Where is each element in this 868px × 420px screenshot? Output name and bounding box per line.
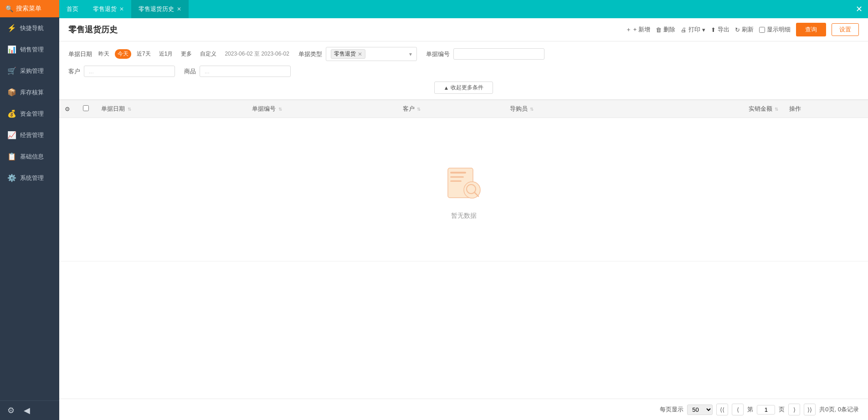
sidebar-item-operations[interactable]: 📈 经营管理	[0, 124, 59, 146]
operations-icon: 📈	[7, 131, 16, 139]
sidebar-item-quick-nav[interactable]: ⚡ 快捷导航	[0, 17, 59, 39]
type-filter-group: 单据类型 零售退货 ✕ ▾	[298, 47, 417, 61]
sidebar-item-finance[interactable]: 💰 资金管理	[0, 103, 59, 124]
topbar: 首页 零售退货 ✕ 零售退货历史 ✕ ✕	[59, 0, 868, 18]
tab-retail-return[interactable]: 零售退货 ✕	[86, 0, 131, 18]
sidebar-item-label: 基础信息	[20, 153, 44, 161]
sidebar-item-label: 资金管理	[20, 110, 44, 118]
sort-arrows-date: ⇅	[128, 107, 131, 112]
date-opt-custom[interactable]: 自定义	[197, 49, 219, 59]
th-guide[interactable]: 导购员 ⇅	[504, 100, 633, 118]
tab-retail-return-close[interactable]: ✕	[119, 6, 124, 12]
date-opt-yesterday[interactable]: 昨天	[96, 49, 112, 59]
date-opt-today[interactable]: 今天	[115, 49, 131, 59]
sidebar-item-basic-info[interactable]: 📋 基础信息	[0, 146, 59, 167]
sidebar-item-system[interactable]: ⚙️ 系统管理	[0, 167, 59, 189]
prev-page-button[interactable]: ⟨	[732, 404, 744, 415]
display-toggle-checkbox[interactable]	[759, 27, 765, 33]
finance-icon: 💰	[7, 109, 16, 118]
table-header-row: ⚙ 单据日期 ⇅ 单据编号 ⇅ 客户 ⇅ 导购员	[59, 100, 868, 118]
date-filter-group: 单据日期 昨天 今天 近7天 近1月 更多 自定义 2023-06-02 至 2…	[68, 49, 289, 59]
delete-icon: 🗑	[656, 26, 662, 33]
system-icon: ⚙️	[7, 174, 16, 182]
header-actions: ＋ + 新增 🗑 删除 🖨 打印 ▾ ⬆ 导出 ↻ 刷新 显示	[626, 23, 859, 36]
sidebar-item-label: 库存核算	[20, 88, 44, 97]
number-filter-label: 单据编号	[426, 50, 450, 58]
tab-retail-return-history[interactable]: 零售退货历史 ✕	[131, 0, 189, 18]
sort-arrows-guide: ⇅	[530, 107, 534, 112]
refresh-button[interactable]: ↻ 刷新	[735, 26, 754, 34]
window-close-button[interactable]: ✕	[850, 0, 868, 18]
query-button[interactable]: 查询	[796, 23, 826, 36]
print-dropdown-icon: ▾	[702, 26, 705, 33]
date-options: 昨天 今天 近7天 近1月 更多 自定义	[96, 49, 219, 59]
tab-retail-return-history-close[interactable]: ✕	[177, 6, 181, 12]
sidebar-item-label: 经营管理	[20, 131, 44, 139]
inventory-icon: 📦	[7, 88, 16, 97]
empty-state-row: 暂无数据	[59, 118, 868, 261]
collapse-button[interactable]: ▲ 收起更多条件	[434, 82, 493, 94]
sidebar-item-inventory[interactable]: 📦 库存核算	[0, 82, 59, 103]
th-guide-label: 导购员	[510, 105, 528, 112]
type-selector[interactable]: 零售退货 ✕ ▾	[326, 47, 417, 61]
th-date[interactable]: 单据日期 ⇅	[96, 100, 247, 118]
collapse-container: ▲ 收起更多条件	[68, 82, 859, 94]
sidebar: 🔍 搜索菜单 ⚡ 快捷导航 📊 销售管理 🛒 采购管理 📦 库存核算 💰 资金管…	[0, 0, 59, 420]
refresh-icon: ↻	[735, 26, 740, 33]
date-range-display: 2023-06-02 至 2023-06-02	[225, 50, 289, 58]
sidebar-bottom: ⚙ ◀	[0, 400, 59, 420]
pagination: 每页显示 50 20 100 ⟨⟨ ⟨ 第 页 ⟩ ⟩⟩ 共0页, 0条记录	[59, 399, 868, 420]
delete-button[interactable]: 🗑 删除	[656, 26, 675, 34]
next-page-button[interactable]: ⟩	[788, 404, 800, 415]
date-opt-last-month[interactable]: 近1月	[156, 49, 176, 59]
goods-filter-input[interactable]: ...	[200, 66, 291, 77]
filter-area: 单据日期 昨天 今天 近7天 近1月 更多 自定义 2023-06-02 至 2…	[59, 41, 868, 100]
page-size-label: 每页显示	[660, 405, 683, 414]
setting-button[interactable]: 设置	[832, 23, 859, 36]
sidebar-search[interactable]: 🔍 搜索菜单	[0, 0, 59, 17]
th-checkbox[interactable]	[77, 100, 96, 118]
th-settings[interactable]: ⚙	[59, 100, 77, 118]
tab-home[interactable]: 首页	[59, 0, 86, 18]
date-opt-more[interactable]: 更多	[178, 49, 195, 59]
collapse-sidebar-icon[interactable]: ◀	[24, 405, 30, 415]
th-number[interactable]: 单据编号 ⇅	[247, 100, 397, 118]
type-tag-close-icon[interactable]: ✕	[358, 51, 362, 57]
collapse-icon: ▲	[444, 85, 449, 91]
sidebar-nav: ⚡ 快捷导航 📊 销售管理 🛒 采购管理 📦 库存核算 💰 资金管理 📈 经营管…	[0, 17, 59, 400]
new-button[interactable]: ＋ + 新增	[626, 26, 650, 34]
display-toggle[interactable]: 显示明细	[759, 26, 791, 34]
first-page-button[interactable]: ⟨⟨	[716, 404, 728, 415]
number-filter-input[interactable]	[453, 48, 544, 60]
print-icon: 🖨	[681, 26, 687, 33]
date-opt-last7[interactable]: 近7天	[134, 49, 154, 59]
quick-nav-icon: ⚡	[7, 24, 16, 32]
th-number-label: 单据编号	[252, 105, 276, 112]
export-button[interactable]: ⬆ 导出	[711, 26, 729, 34]
new-icon: ＋	[626, 26, 632, 34]
svg-rect-3	[450, 180, 462, 182]
last-page-button[interactable]: ⟩⟩	[804, 404, 816, 415]
goods-filter-group: 商品 ...	[184, 66, 291, 77]
empty-text: 暂无数据	[451, 212, 477, 220]
sidebar-item-purchase-mgmt[interactable]: 🛒 采购管理	[0, 60, 59, 82]
search-icon: 🔍	[5, 5, 13, 12]
settings-bottom-icon[interactable]: ⚙	[7, 405, 15, 415]
page-size-select[interactable]: 50 20 100	[687, 405, 713, 415]
sidebar-item-sales-mgmt[interactable]: 📊 销售管理	[0, 39, 59, 60]
customer-filter-input[interactable]: ...	[84, 66, 175, 77]
print-button[interactable]: 🖨 打印 ▾	[681, 26, 705, 34]
tab-retail-return-label: 零售退货	[93, 5, 117, 13]
page-number-input[interactable]	[757, 405, 775, 415]
empty-icon	[441, 159, 487, 205]
date-filter-label: 单据日期	[68, 50, 92, 58]
th-amount[interactable]: 实销金额 ⇅	[633, 100, 784, 118]
th-amount-label: 实销金额	[749, 105, 772, 112]
page-label: 第	[747, 405, 753, 414]
filter-row-2: 客户 ... 商品 ...	[68, 66, 859, 77]
th-customer[interactable]: 客户 ⇅	[397, 100, 504, 118]
tab-home-label: 首页	[67, 5, 78, 13]
select-all-checkbox[interactable]	[83, 105, 89, 111]
sidebar-item-label: 快捷导航	[20, 24, 44, 32]
type-dropdown-arrow: ▾	[409, 51, 412, 57]
